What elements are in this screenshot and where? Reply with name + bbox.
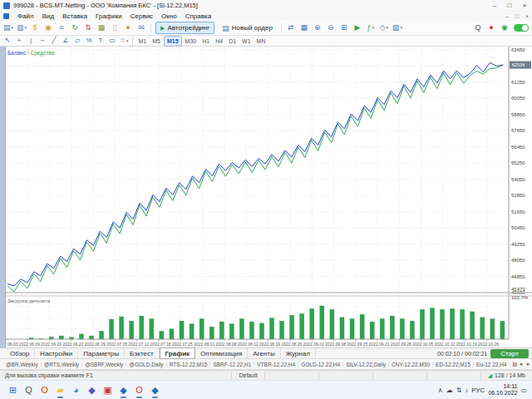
notifications-icon[interactable]: ●: [485, 22, 497, 34]
metatrader5-icon[interactable]: ◆: [148, 382, 162, 398]
tester-tab-Обзор[interactable]: Обзор: [5, 348, 35, 358]
auto-scroll-icon[interactable]: ▶: [352, 22, 363, 34]
chart-tab[interactable]: GOLD-12.22,H4: [298, 362, 343, 367]
styles-icon[interactable]: ▧▾: [392, 22, 403, 34]
tabs-scroll-left-icon[interactable]: ◂: [517, 361, 525, 367]
notifications-icon[interactable]: ▭: [520, 387, 527, 394]
rectangle-icon[interactable]: ▭: [107, 37, 117, 46]
cursor-icon[interactable]: ↖: [2, 37, 12, 46]
chart-tab[interactable]: BR-11.22,H4: [510, 362, 517, 367]
timeframe-M5[interactable]: M5: [150, 37, 163, 46]
edge-icon[interactable]: ◕: [69, 382, 83, 398]
menu-Справка[interactable]: Справка: [181, 12, 215, 20]
zoom-out-icon[interactable]: ⊖: [325, 22, 337, 34]
panel-splitter[interactable]: [0, 47, 6, 347]
profiles-icon[interactable]: ▥▾: [16, 22, 27, 34]
title-bar[interactable]: 999028 - BCS-MT-Netting - ООО 'Компания …: [0, 0, 532, 12]
tester-tab-Настройки[interactable]: Настройки: [35, 348, 78, 358]
timeframe-M1[interactable]: M1: [136, 37, 150, 46]
tester-tab-Бэктест[interactable]: Бэктест: [125, 348, 160, 358]
crosshair-icon[interactable]: +: [14, 37, 24, 46]
tray-expand-icon[interactable]: ∧: [438, 387, 443, 394]
timeframe-H1[interactable]: H1: [200, 37, 212, 46]
grid-icon[interactable]: ⊞: [338, 22, 350, 34]
start-button[interactable]: ⊞: [6, 382, 20, 398]
timeframe-M30[interactable]: M30: [183, 37, 200, 46]
connection-toggle[interactable]: [514, 24, 529, 32]
chart-tab[interactable]: VTBR-12.22,H4: [254, 362, 298, 367]
chart-tab[interactable]: SBRF-12.22,H1: [210, 362, 254, 367]
chart-tab[interactable]: Eu-12.22,H4: [474, 362, 510, 367]
chart-tab[interactable]: @GOLD,Daily: [126, 362, 166, 367]
menu-Графики[interactable]: Графики: [91, 12, 126, 20]
fibonacci-icon[interactable]: %: [84, 37, 94, 46]
metatrader-icon[interactable]: ◆: [116, 382, 131, 398]
chart-tab[interactable]: RTS-12.22,M15: [167, 362, 211, 367]
teams-icon[interactable]: ◆: [85, 382, 99, 398]
explorer-icon[interactable]: ▰: [53, 382, 67, 398]
community-icon[interactable]: ◉: [499, 22, 510, 34]
app-icon[interactable]: ▣: [101, 382, 115, 398]
network-icon[interactable]: ⇅: [456, 387, 462, 394]
profile-name[interactable]: Default: [231, 372, 264, 380]
tester-tab-Оптимизация[interactable]: Оптимизация: [195, 348, 248, 358]
new-order-button[interactable]: ▤ Новый ордер: [218, 22, 277, 33]
chart-tab[interactable]: CNY-12.22,M30: [389, 362, 433, 367]
menu-Сервис[interactable]: Сервис: [126, 12, 157, 20]
chart-tab[interactable]: @SBRF,Weekly: [82, 362, 126, 367]
vertical-line-icon[interactable]: |: [26, 37, 36, 46]
objects-icon[interactable]: ◇▾: [378, 22, 390, 34]
tick-chart-icon[interactable]: ⇄: [285, 22, 297, 34]
chart-tab[interactable]: @RTS,Weekly: [42, 362, 82, 367]
menu-Вид[interactable]: Вид: [38, 12, 58, 20]
maximize-button[interactable]: □: [502, 2, 517, 9]
data-window-icon[interactable]: ◉: [42, 22, 54, 34]
delete-icon[interactable]: ▯: [109, 22, 121, 34]
tester-tab-График[interactable]: График: [160, 347, 196, 359]
tester-tab-Агенты[interactable]: Агенты: [248, 348, 280, 358]
search-icon[interactable]: Q: [472, 22, 484, 34]
horizontal-line-icon[interactable]: −: [37, 37, 47, 46]
experts-icon[interactable]: ⇅: [82, 22, 94, 34]
search-icon[interactable]: Q: [22, 382, 36, 398]
timeframe-H4[interactable]: H4: [213, 37, 225, 46]
close-button[interactable]: ×: [517, 2, 532, 9]
timeframe-W1[interactable]: W1: [239, 37, 254, 46]
menu-Файл[interactable]: Файл: [13, 12, 38, 20]
child-close-button[interactable]: ×: [522, 13, 532, 19]
alerts-icon[interactable]: ●: [122, 22, 134, 34]
volume-icon[interactable]: ♪: [465, 387, 468, 394]
opera-icon[interactable]: O: [132, 382, 146, 398]
chart-tab[interactable]: @BR,Weekly: [3, 362, 42, 367]
new-chart-icon[interactable]: ▤▾: [2, 22, 14, 34]
indicators-icon[interactable]: ƒ▾: [365, 22, 377, 34]
chart-tab[interactable]: ED-12.22,M15: [433, 362, 474, 367]
start-button[interactable]: Старт: [490, 349, 529, 358]
tester-tab-Журнал[interactable]: Журнал: [281, 348, 316, 358]
child-minimize-button[interactable]: –: [502, 13, 512, 19]
chart-area[interactable]: 6365062450612506005058850576505645055250…: [0, 47, 532, 347]
tester-tab-Параметры[interactable]: Параметры: [78, 348, 125, 358]
channel-icon[interactable]: ▱: [72, 37, 82, 46]
angle-trend-icon[interactable]: ∠: [61, 37, 71, 46]
history-icon[interactable]: ▦: [96, 22, 107, 34]
refresh-icon[interactable]: ↻: [69, 22, 81, 34]
clock[interactable]: 14:11 06.10.2022: [488, 383, 517, 397]
navigator-icon[interactable]: ≡: [56, 22, 67, 34]
office-icon[interactable]: O: [37, 382, 52, 398]
language-indicator[interactable]: РУС: [471, 387, 485, 394]
child-restore-button[interactable]: □: [512, 13, 522, 19]
tabs-scroll-right-icon[interactable]: ▸: [525, 361, 532, 367]
zoom-in-icon[interactable]: ⊕: [312, 22, 323, 34]
tester-graph[interactable]: 6365062450612506005058850576505645055250…: [0, 47, 532, 347]
text-icon[interactable]: T: [96, 37, 106, 46]
timeframe-MN[interactable]: MN: [254, 37, 268, 46]
mail-icon[interactable]: ✉: [135, 22, 147, 34]
onedrive-icon[interactable]: ☁: [446, 387, 453, 394]
menu-Вставка[interactable]: Вставка: [58, 12, 91, 20]
tile-windows-icon[interactable]: ▦: [298, 22, 310, 34]
timeframe-M15[interactable]: M15: [164, 36, 182, 47]
trendline-icon[interactable]: ╱: [49, 37, 59, 46]
minimize-button[interactable]: –: [487, 2, 502, 9]
menu-Окно[interactable]: Окно: [157, 12, 181, 20]
